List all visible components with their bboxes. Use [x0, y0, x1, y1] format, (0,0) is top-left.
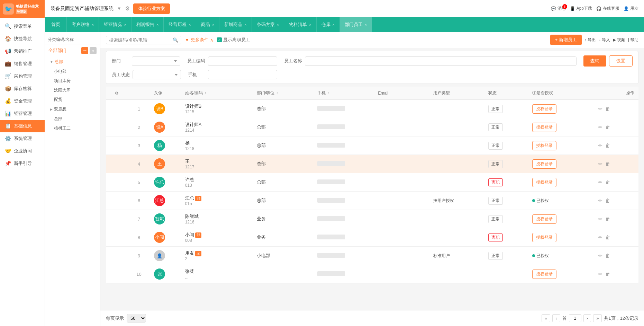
last-page-button[interactable]: » [593, 314, 602, 322]
search-input[interactable] [109, 37, 171, 43]
edit-button-3[interactable]: ✏ [598, 143, 602, 148]
message-btn[interactable]: 💬 5 消息 [551, 6, 566, 11]
phone-filter-input[interactable] [208, 70, 277, 79]
user-btn[interactable]: 👤 用友 [624, 6, 638, 11]
dept-node-hq[interactable]: ▼ 总部 [45, 57, 100, 67]
tab-close-profit[interactable]: × [156, 23, 158, 27]
dropdown-icon[interactable]: ▼ [117, 6, 121, 11]
col-setting[interactable]: ⚙ [106, 87, 128, 100]
edit-button-7[interactable]: ✏ [598, 216, 602, 222]
tab-barcode[interactable]: 条码方案× [252, 17, 284, 32]
edit-button-4[interactable]: ✏ [598, 161, 602, 167]
tab-close-warehouse[interactable]: × [333, 23, 335, 27]
settings-icon[interactable]: ⚙ [125, 5, 130, 12]
tab-goods[interactable]: 商品× [196, 17, 219, 32]
cell-auth-1[interactable]: 授权登录 [528, 100, 594, 118]
sidebar-item-quicknav[interactable]: 🏠快捷导航 [0, 33, 45, 45]
edit-button-9[interactable]: ✏ [598, 253, 602, 258]
online-service-btn[interactable]: 🎧 在线客服 [596, 6, 619, 11]
edit-button-5[interactable]: ✏ [598, 179, 602, 185]
delete-button-9[interactable]: 🗑 [605, 253, 610, 258]
delete-button-6[interactable]: 🗑 [605, 198, 610, 203]
prev-page-button[interactable]: ‹ [552, 314, 560, 322]
tab-dept[interactable]: 部门员工× [340, 17, 372, 32]
tab-customer[interactable]: 客户联络× [67, 17, 99, 32]
cell-auth-8[interactable]: 授权登录 [528, 228, 594, 247]
dept-child-project[interactable]: 项目库房 [45, 76, 100, 86]
tab-process[interactable]: 经营历程× [164, 17, 196, 32]
tab-home[interactable]: 首页 [45, 17, 67, 32]
try-button[interactable]: 体验行业方案 [133, 3, 170, 14]
sidebar-item-finance[interactable]: 💰资金管理 [0, 95, 45, 107]
dept-child-small-elec[interactable]: 小电部 [45, 67, 100, 76]
tab-warehouse[interactable]: 仓库× [317, 17, 340, 32]
delete-button-5[interactable]: 🗑 [605, 179, 610, 185]
tab-close-material[interactable]: × [309, 23, 311, 27]
page-size-select[interactable]: 50 100 [127, 314, 146, 323]
all-dept-label[interactable]: 全部部门 [48, 47, 66, 54]
reset-button[interactable]: 设置 [609, 55, 633, 67]
col-name[interactable]: 姓名/编码 ↕ [181, 87, 253, 100]
edit-button-8[interactable]: ✏ [598, 235, 602, 240]
more-filter-btn[interactable]: ▼ 更多条件 ∧ [185, 37, 214, 43]
sidebar-item-system[interactable]: ⚙️系统管理 [0, 132, 45, 145]
delete-button-10[interactable]: 🗑 [605, 271, 610, 277]
tab-close-dept[interactable]: × [365, 23, 367, 27]
dept-search-input[interactable] [48, 37, 100, 42]
tab-close-newgoods[interactable]: × [244, 23, 246, 27]
auth-button-8[interactable]: 授权登录 [532, 233, 556, 242]
edit-button-2[interactable]: ✏ [598, 124, 602, 130]
tab-profit[interactable]: 利润报告× [131, 17, 164, 32]
auth-button-2[interactable]: 授权登录 [532, 123, 556, 132]
dept-filter-select[interactable] [132, 56, 180, 66]
collapse-icon[interactable]: « [90, 47, 97, 54]
cell-auth-2[interactable]: 授权登录 [528, 118, 594, 136]
app-download-btn[interactable]: 📱 App下载 [570, 6, 592, 11]
auth-button-1[interactable]: 授权登录 [532, 104, 556, 114]
delete-button-8[interactable]: 🗑 [605, 235, 610, 240]
emp-code-input[interactable] [208, 56, 277, 66]
tab-close-business[interactable]: × [124, 23, 126, 27]
export-button[interactable]: ↑ 导出 [584, 37, 596, 43]
page-number-input[interactable] [569, 314, 581, 322]
tab-close-process[interactable]: × [189, 23, 191, 27]
dept-child-hq2[interactable]: 总部 [45, 114, 100, 124]
delete-button-7[interactable]: 🗑 [605, 216, 610, 222]
dept-child-planting[interactable]: 植树王二 [45, 124, 100, 133]
edit-button-10[interactable]: ✏ [598, 271, 602, 277]
auth-button-4[interactable]: 授权登录 [532, 159, 556, 169]
next-page-button[interactable]: › [583, 314, 591, 322]
sidebar-item-marketing[interactable]: 📢营销推广 [0, 45, 45, 58]
edit-button-1[interactable]: ✏ [598, 106, 602, 112]
tab-business[interactable]: 经营情况× [99, 17, 131, 32]
delete-button-3[interactable]: 🗑 [605, 143, 610, 148]
add-dept-icon[interactable]: ✏ [81, 47, 88, 54]
tab-material[interactable]: 物料清单× [284, 17, 316, 32]
first-page-button[interactable]: « [542, 314, 550, 322]
help-button[interactable]: | 帮助 [628, 37, 638, 43]
tab-newgoods[interactable]: 新增商品× [219, 17, 252, 32]
cell-auth-7[interactable]: 授权登录 [528, 210, 594, 228]
query-button[interactable]: 查询 [583, 55, 606, 67]
sidebar-item-collab[interactable]: 🤝企业协同 [0, 145, 45, 157]
auth-button-7[interactable]: 授权登录 [532, 214, 556, 224]
dept-child-shenyang[interactable]: 沈阳大库 [45, 86, 100, 95]
cell-auth-10[interactable]: 授权登录 [528, 265, 594, 283]
add-employee-button[interactable]: + 新增员工 [550, 35, 582, 45]
auth-button-5[interactable]: 授权登录 [532, 178, 556, 187]
sidebar-item-search[interactable]: 🔍搜索菜单 [0, 20, 45, 33]
sidebar-item-guide[interactable]: 📌新手引导 [0, 157, 45, 170]
tab-close-customer[interactable]: × [92, 23, 94, 27]
sidebar-item-operations[interactable]: 📊经营管理 [0, 107, 45, 120]
search-icon[interactable]: 🔍 [173, 37, 178, 43]
cell-auth-4[interactable]: 授权登录 [528, 155, 594, 173]
delete-button-2[interactable]: 🗑 [605, 124, 610, 130]
cell-auth-5[interactable]: 授权登录 [528, 173, 594, 192]
sidebar-item-sales[interactable]: 💼销售管理 [0, 58, 45, 70]
sidebar-item-basic[interactable]: 📋基础信息 [0, 120, 45, 132]
emp-name-input[interactable] [305, 56, 577, 66]
status-filter-select[interactable] [133, 70, 181, 79]
import-button[interactable]: ↓ 导入 [599, 37, 610, 43]
sidebar-item-purchase[interactable]: 🛒采购管理 [0, 70, 45, 82]
tab-close-goods[interactable]: × [212, 23, 214, 27]
